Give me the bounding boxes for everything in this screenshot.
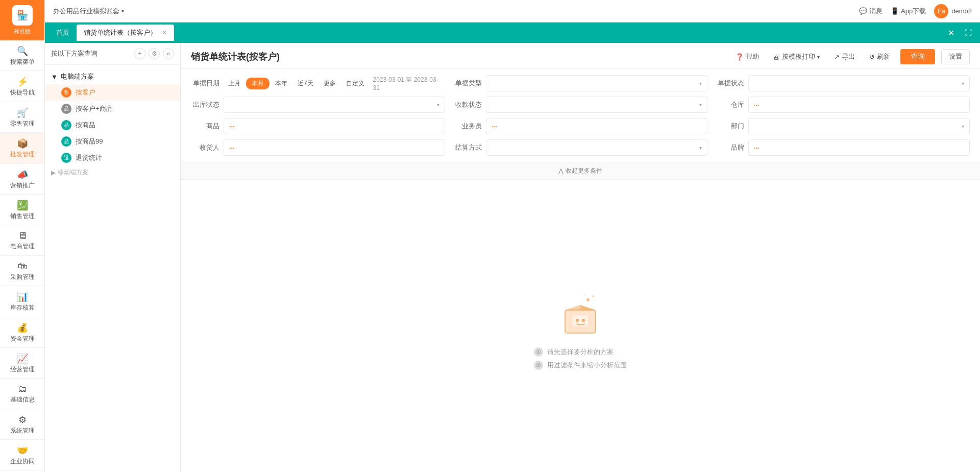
refresh-label: 刷新 (877, 52, 890, 61)
sidebar-item-finance[interactable]: 💰资金管理 (0, 317, 44, 348)
payment-status-select[interactable]: ▾ (486, 97, 707, 113)
scheme-by-customer-goods[interactable]: 品 按客户+商品 (45, 101, 180, 117)
sidebar-item-purchase[interactable]: 🛍采购管理 (0, 256, 44, 286)
refresh-icon: ↺ (869, 53, 875, 61)
sidebar-item-quicknav[interactable]: ⚡快捷导航 (0, 71, 44, 102)
desktop-section[interactable]: ▼ 电脑端方案 (45, 69, 180, 84)
scheme-by-goods-99[interactable]: 品 按商品99 (45, 133, 180, 150)
sidebar-item-basic[interactable]: 🗂基础信息 (0, 379, 44, 409)
sidebar-item-system[interactable]: ⚙系统管理 (0, 409, 44, 440)
filter-row-4: 收货人 ··· 结算方式 ▾ 品牌 (191, 139, 970, 156)
ship-status-label: 出库状态 (191, 100, 219, 109)
receiver-select[interactable]: ··· (224, 139, 445, 156)
topbar-right: 💬 消息 📱 App下载 Ea demo2 (859, 4, 972, 18)
left-panel-title: 按以下方案查询 (51, 49, 130, 58)
filter-ship-status: 出库状态 ▾ (191, 97, 445, 113)
date-tab-more[interactable]: 更多 (319, 77, 340, 90)
topbar-left: 办公用品行业模拟账套 ▾ (53, 7, 859, 16)
desktop-section-label: 电脑端方案 (61, 72, 94, 81)
industry-select[interactable]: 办公用品行业模拟账套 ▾ (53, 7, 124, 16)
sidebar-label-sales: 销售管理 (10, 213, 35, 220)
date-tab-custom[interactable]: 自定义 (341, 77, 369, 90)
sidebar-item-sales[interactable]: 💹销售管理 (0, 195, 44, 225)
date-tab-7days[interactable]: 近7天 (293, 77, 318, 90)
sidebar-item-inventory[interactable]: 📊库存核算 (0, 286, 44, 317)
sidebar-nav: 🔍搜索菜单⚡快捷导航🛒零售管理📦批发管理📣营销推广💹销售管理🖥电商管理🛍采购管理… (0, 40, 44, 472)
doc-status-label: 单据状态 (716, 79, 744, 88)
staff-label: 业务员 (453, 122, 482, 131)
collapse-panel-btn[interactable]: « (163, 48, 174, 59)
brand-select[interactable]: ··· (748, 139, 970, 156)
message-btn[interactable]: 💬 消息 (859, 7, 883, 16)
filter-goods: 商品 ··· (191, 118, 445, 134)
scheme-by-customer[interactable]: 客 按客户 (45, 84, 180, 101)
chevron-down-icon: ▾ (699, 102, 702, 108)
scheme-by-goods-label: 按商品 (76, 121, 95, 130)
tab-sales-stat[interactable]: 销货单统计表（按客户） ✕ (77, 25, 174, 41)
tip-text-1: 请先选择要分析的方案 (547, 347, 614, 357)
tab-close-icon[interactable]: ✕ (162, 29, 167, 36)
logo-icon: 🏪 (12, 5, 33, 26)
warehouse-select[interactable]: ··· (748, 97, 970, 113)
scheme-by-goods[interactable]: 品 按商品 (45, 117, 180, 133)
search-icon: 🔍 (17, 45, 28, 57)
query-btn[interactable]: 查询 (900, 49, 935, 64)
tab-home[interactable]: 首页 (49, 25, 77, 41)
sidebar-label-basic: 基础信息 (10, 396, 35, 403)
collapse-bar[interactable]: ⋀ 收起更多条件 (181, 162, 980, 180)
maximize-icon[interactable]: ⛶ (961, 27, 976, 39)
goods-select[interactable]: ··· (224, 118, 445, 134)
close-window-icon[interactable]: ✕ (944, 26, 959, 40)
app-download-btn[interactable]: 📱 App下载 (891, 7, 926, 16)
payment-status-label: 收款状态 (453, 100, 482, 109)
date-tabs: 上月 本月 本年 近7天 更多 自定义 (224, 77, 369, 90)
content-area: 按以下方案查询 + ⚙ « ▼ 电脑端方案 客 按客户 品 按客户 (45, 43, 980, 472)
arrow-down-icon: ▼ (51, 73, 58, 81)
staff-select[interactable]: ··· (486, 118, 707, 134)
user-profile-btn[interactable]: Ea demo2 (934, 4, 972, 18)
scheme-refund[interactable]: 退 退货统计 (45, 150, 180, 166)
customer-icon: 客 (61, 87, 71, 98)
scheme-by-customer-goods-label: 按客户+商品 (76, 104, 113, 113)
logo[interactable]: 🏪 标准版 (0, 0, 44, 40)
warehouse-dots: ··· (754, 101, 760, 109)
chevron-down-icon: ▾ (699, 145, 702, 151)
sidebar-label-quicknav: 快捷导航 (10, 89, 35, 96)
sidebar-item-enterprise[interactable]: 🤝企业协同 (0, 440, 44, 470)
filter-row-2: 出库状态 ▾ 收款状态 ▾ 仓库 (191, 97, 970, 113)
export-btn[interactable]: ↗ 导出 (830, 50, 859, 63)
help-btn[interactable]: ❓ 帮助 (731, 50, 763, 63)
date-tab-this-year[interactable]: 本年 (271, 77, 292, 90)
page-title: 销货单统计表(按客户) (191, 51, 280, 63)
setting-btn[interactable]: 设置 (941, 49, 970, 64)
filter-row-3: 商品 ··· 业务员 ··· 部门 (191, 118, 970, 134)
settings-scheme-btn[interactable]: ⚙ (149, 48, 160, 59)
chevron-down-icon: ▾ (699, 81, 702, 86)
add-scheme-btn[interactable]: + (134, 48, 145, 59)
mobile-section[interactable]: ▶ 移动端方案 (45, 166, 180, 179)
sidebar-item-retail[interactable]: 🛒零售管理 (0, 102, 44, 133)
empty-tip-2: ② 用过滤条件来缩小分析范围 (534, 361, 627, 370)
main-area: 办公用品行业模拟账套 ▾ 💬 消息 📱 App下载 Ea demo2 首页 (45, 0, 980, 472)
template-print-label: 按模板打印 (782, 52, 815, 61)
template-print-btn[interactable]: 🖨 按模板打印 ▾ (769, 50, 824, 63)
ship-status-select[interactable]: ▾ (224, 97, 445, 113)
refresh-btn[interactable]: ↺ 刷新 (865, 50, 894, 63)
date-tab-last-month[interactable]: 上月 (224, 77, 245, 90)
app-label: App下载 (901, 7, 926, 16)
sidebar-item-ecommerce[interactable]: 🖥电商管理 (0, 225, 44, 255)
sidebar-item-search[interactable]: 🔍搜索菜单 (0, 40, 44, 71)
sidebar-item-wholesale[interactable]: 📦批发管理 (0, 133, 44, 163)
filter-dept: 部门 ▾ (716, 118, 970, 134)
date-tab-this-month[interactable]: 本月 (246, 78, 270, 89)
tip-num-1: ① (534, 347, 543, 357)
collapse-label: 收起更多条件 (566, 167, 602, 175)
sidebar-item-operation[interactable]: 📈经营管理 (0, 348, 44, 379)
sidebar-item-marketing[interactable]: 📣营销推广 (0, 164, 44, 195)
doc-type-select[interactable]: ▾ (486, 75, 707, 91)
enterprise-icon: 🤝 (17, 445, 28, 456)
settlement-select[interactable]: ▾ (486, 139, 707, 156)
doc-status-select[interactable]: ▾ (748, 75, 970, 91)
filter-settlement: 结算方式 ▾ (453, 139, 707, 156)
dept-select[interactable]: ▾ (748, 118, 970, 134)
